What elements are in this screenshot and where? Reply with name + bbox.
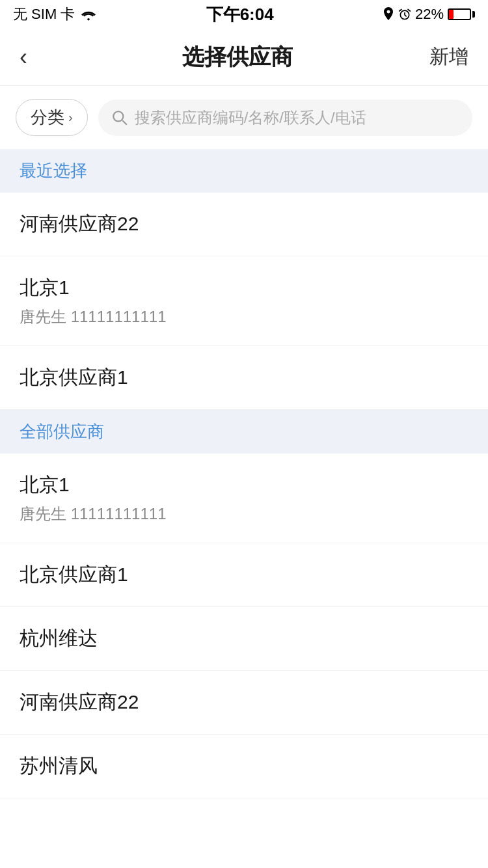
alarm-icon [398, 7, 411, 21]
add-button[interactable]: 新增 [416, 44, 468, 70]
all-section-header: 全部供应商 [0, 410, 488, 454]
list-item-name: 北京供应商1 [20, 364, 468, 391]
chevron-right-icon: › [68, 110, 73, 125]
list-item[interactable]: 北京供应商1 [0, 346, 488, 410]
status-right: 22% [383, 6, 475, 23]
list-item-sub: 唐先生 11111111111 [20, 306, 468, 327]
list-item[interactable]: 北京1唐先生 11111111111 [0, 256, 488, 346]
status-bar: 无 SIM 卡 下午6:04 22% [0, 0, 488, 29]
list-item[interactable]: 杭州维达 [0, 607, 488, 671]
location-icon [383, 7, 394, 21]
list-item-sub: 唐先生 11111111111 [20, 504, 468, 524]
list-item[interactable]: 河南供应商22 [0, 193, 488, 256]
list-item[interactable]: 苏州清风 [0, 735, 488, 798]
wifi-icon [80, 8, 97, 21]
search-icon [111, 109, 128, 126]
page-title: 选择供应商 [182, 42, 293, 72]
battery-percent: 22% [415, 6, 444, 23]
list-item-name: 河南供应商22 [20, 211, 468, 237]
category-label: 分类 [31, 106, 64, 129]
list-item-name: 北京1 [20, 275, 468, 301]
status-left: 无 SIM 卡 [13, 5, 97, 24]
category-filter-button[interactable]: 分类 › [16, 99, 88, 136]
back-button[interactable]: ‹ [20, 44, 59, 71]
all-list: 北京1唐先生 11111111111北京供应商1杭州维达河南供应商22苏州清风 [0, 454, 488, 798]
list-item[interactable]: 北京1唐先生 11111111111 [0, 454, 488, 543]
svg-line-2 [122, 120, 127, 125]
battery-icon [448, 8, 475, 20]
list-item[interactable]: 河南供应商22 [0, 671, 488, 735]
search-input-wrapper[interactable]: 搜索供应商编码/名称/联系人/电话 [98, 100, 472, 136]
nav-bar: ‹ 选择供应商 新增 [0, 29, 488, 86]
status-time: 下午6:04 [206, 3, 274, 26]
list-item-name: 河南供应商22 [20, 689, 468, 716]
svg-point-1 [113, 111, 123, 121]
search-filter-bar: 分类 › 搜索供应商编码/名称/联系人/电话 [0, 86, 488, 149]
search-input[interactable]: 搜索供应商编码/名称/联系人/电话 [135, 107, 366, 128]
list-item-name: 苏州清风 [20, 753, 468, 780]
list-item-name: 杭州维达 [20, 625, 468, 652]
list-item[interactable]: 北京供应商1 [0, 543, 488, 607]
list-item-name: 北京供应商1 [20, 562, 468, 588]
recent-section-header: 最近选择 [0, 149, 488, 193]
sim-label: 无 SIM 卡 [13, 5, 75, 24]
list-item-name: 北京1 [20, 472, 468, 498]
recent-list: 河南供应商22北京1唐先生 11111111111北京供应商1 [0, 193, 488, 410]
